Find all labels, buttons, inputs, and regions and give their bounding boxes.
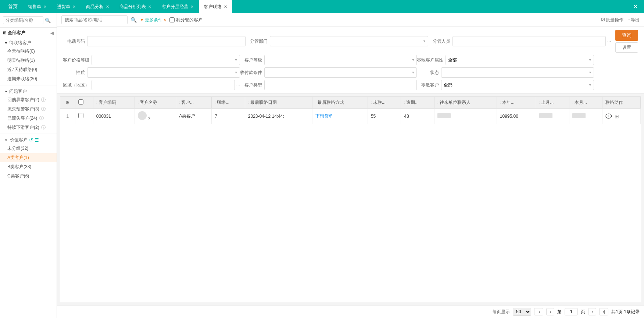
field-customer-type: 客户类型 [240, 80, 417, 90]
last-page-btn[interactable]: ›| [599, 308, 608, 315]
first-page-btn[interactable]: |‹ [534, 308, 543, 315]
td-this-year: 10995.00 [497, 109, 536, 124]
filter-search-input[interactable] [61, 15, 128, 24]
th-level: :客户... [176, 97, 212, 109]
last-method-link[interactable]: 下销货单 [315, 113, 333, 119]
td-contact-count: 7 [212, 109, 245, 124]
td-code: 000031 [93, 109, 135, 124]
close-analysis-icon[interactable]: ✕ [106, 4, 109, 9]
region-more-icon[interactable]: ··· [236, 82, 240, 88]
sidebar-item-tomorrow[interactable]: 明天待联络(1) [0, 56, 57, 65]
more-conditions-btn[interactable]: ▼ 更多条件 ∧ [140, 17, 167, 23]
nav-tab-analysis-list[interactable]: 商品分析列表 ✕ [114, 0, 157, 13]
sidebar-item-repurchase-anomaly[interactable]: 回购异常客户(2) ⓘ [0, 95, 57, 105]
td-checkbox [75, 109, 93, 124]
sidebar-item-today[interactable]: 今天待联络(0) [0, 47, 57, 56]
close-contact-icon[interactable]: ✕ [224, 4, 227, 9]
th-checkbox [75, 97, 93, 109]
close-segment-icon[interactable]: ✕ [190, 4, 194, 9]
price-level-select[interactable] [92, 55, 240, 65]
sidebar-item-c-class[interactable]: C类客户(6) [0, 172, 57, 181]
batch-op-btn[interactable]: ☑ 批量操作 [601, 17, 623, 23]
group-label-problem: ▼ 问题客户 [0, 87, 57, 95]
my-customers-checkbox[interactable]: 我分管的客户 [169, 17, 203, 23]
sidebar-item-overdue[interactable]: 逾期未联络(30) [0, 74, 57, 84]
sparse-attr-select[interactable]: 全部 [446, 55, 594, 65]
row-checkbox[interactable] [78, 113, 83, 118]
settings-gear-icon[interactable]: ⚙ [65, 100, 69, 105]
query-btn[interactable]: 查询 [615, 30, 638, 41]
customer-avatar [138, 111, 147, 120]
field-payment: 收付款条件 ▼ [240, 67, 417, 78]
settings-btn[interactable]: 设置 [615, 42, 638, 53]
sidebar-item-a-class[interactable]: A类客户(1) [0, 153, 57, 162]
select-all-checkbox[interactable] [78, 99, 83, 105]
sidebar-item-unclassified[interactable]: 未分组(32) [0, 144, 57, 153]
sidebar: 🔍 ⊞ 全部客户 ◀ ▼ 待联络客户 今天待联络(0) 明天待联络(1) 近7天… [0, 13, 57, 318]
sparse-select[interactable]: 全部 [441, 80, 594, 90]
refresh-icon[interactable]: ↺ [29, 137, 33, 143]
nav-tab-analysis[interactable]: 商品分析 ✕ [81, 0, 114, 13]
sidebar-search-input[interactable] [3, 16, 43, 24]
next-page-btn[interactable]: › [588, 308, 596, 315]
dept-select[interactable] [270, 36, 428, 46]
nav-tab-purchase[interactable]: 进货单 ✕ [52, 0, 81, 13]
nav-home[interactable]: 首页 [3, 3, 23, 10]
page-label: 第 [557, 309, 562, 315]
th-last-month: :上月... [536, 97, 569, 109]
app-close-icon[interactable]: ✕ [630, 3, 641, 11]
more-action-icon[interactable]: ⊞ [615, 113, 619, 119]
customer-level-select[interactable] [264, 55, 417, 65]
th-name: :客户名称 [135, 97, 176, 109]
sidebar-search-icon[interactable]: 🔍 [45, 18, 51, 23]
all-customers-header[interactable]: ⊞ 全部客户 ◀ [0, 28, 57, 38]
phone-input[interactable] [87, 36, 246, 46]
region-input[interactable] [92, 80, 235, 90]
nav-tab-customer-segment[interactable]: 客户分层经营 ✕ [157, 0, 199, 13]
export-icon: ↑ [628, 17, 630, 22]
page-size-select[interactable]: 50 100 [513, 308, 531, 316]
tri-pending: ▼ [4, 41, 8, 45]
pagination-bar: 每页显示 50 100 |‹ ‹ 第 页 › ›| 共1页 1条记录 [57, 305, 644, 318]
info-icon-1: ⓘ [41, 106, 46, 112]
manager-input[interactable] [452, 36, 606, 46]
nav-tab-sales[interactable]: 销售单 ✕ [23, 0, 52, 13]
close-sales-icon[interactable]: ✕ [43, 4, 47, 9]
th-this-year: :本年... [497, 97, 536, 109]
close-analysis-list-icon[interactable]: ✕ [148, 4, 151, 9]
th-contact: :联络... [212, 97, 245, 109]
sidebar-item-churned[interactable]: 已流失客户(24) ⓘ [0, 114, 57, 123]
sidebar-item-7days[interactable]: 近7天待联络(0) [0, 65, 57, 74]
nav-tab-customer-contact[interactable]: 客户联络 ✕ [199, 0, 232, 13]
status-select[interactable] [441, 67, 594, 78]
export-btn[interactable]: ↑ 导出 [628, 17, 640, 23]
prev-page-btn[interactable]: ‹ [546, 308, 554, 315]
th-last-method: :最后联络方式 [312, 97, 368, 109]
sidebar-item-b-class[interactable]: B类客户(33) [0, 162, 57, 172]
sidebar-item-declining[interactable]: 持续下滑客户(2) ⓘ [0, 123, 57, 132]
field-sparse-attr: 零散客户属性 全部 ▼ [417, 55, 594, 65]
th-person: :往来单位联系人 [434, 97, 497, 109]
field-region: 区域（地区） ··· [63, 80, 240, 90]
manager-more-icon[interactable]: ··· [607, 39, 611, 44]
contact-action-icon[interactable]: 💬 [605, 113, 612, 119]
td-overdue: 48 [401, 109, 434, 124]
page-number-input[interactable] [565, 308, 578, 315]
top-nav: 首页 销售单 ✕ 进货单 ✕ 商品分析 ✕ 商品分析列表 ✕ 客户分层经营 ✕ … [0, 0, 644, 13]
customer-type-input[interactable] [264, 80, 417, 90]
add-group-icon[interactable]: ☰ [35, 137, 39, 143]
nature-select[interactable] [87, 67, 240, 78]
divider-2 [0, 134, 57, 134]
my-customers-check[interactable] [169, 17, 175, 22]
close-purchase-icon[interactable]: ✕ [72, 4, 76, 9]
field-status: 状态 ▼ [417, 67, 594, 78]
td-action: 💬 ⊞ [602, 109, 641, 124]
payment-select[interactable] [264, 67, 417, 78]
th-code: :客户编码 [93, 97, 135, 109]
th-overdue: :逾期... [401, 97, 434, 109]
td-row-num: 1 [60, 109, 75, 124]
filter-search-icon[interactable]: 🔍 [130, 17, 137, 23]
tri-value: ▼ [4, 138, 8, 142]
td-last-month [536, 109, 569, 124]
sidebar-item-churn-warning[interactable]: 流失预警客户(3) ⓘ [0, 105, 57, 114]
